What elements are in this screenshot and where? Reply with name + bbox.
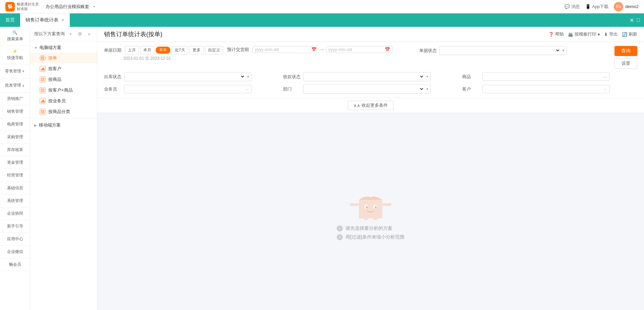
out-status-select[interactable] bbox=[124, 72, 245, 81]
date-btn-last-7-days[interactable]: 近7天 bbox=[172, 46, 188, 54]
date-btn-this-year[interactable]: 本年 bbox=[156, 47, 170, 54]
svg-rect-19 bbox=[43, 112, 44, 113]
salesperson-select-wrapper[interactable]: ··· bbox=[124, 85, 252, 93]
scheme-section-pc: ▼ 电脑端方案 按 按单 按客户 按商品 bbox=[30, 41, 97, 118]
goods-select-wrapper[interactable]: ··· bbox=[482, 72, 610, 81]
sidebar-item-operations[interactable]: 经营管理 bbox=[0, 169, 30, 182]
salesperson-input[interactable] bbox=[124, 85, 242, 93]
scheme-item-label: 按客户+商品 bbox=[48, 87, 73, 93]
message-icon: 💬 bbox=[565, 4, 570, 9]
empty-illustration bbox=[349, 183, 392, 220]
sidebar-item-marketing[interactable]: 营销推广 bbox=[0, 93, 30, 105]
sidebar-item-basic-info[interactable]: 基础信息 bbox=[0, 182, 30, 195]
refresh-button[interactable]: 🔄 刷新 bbox=[622, 31, 637, 37]
tab-close-window-button[interactable]: ✕ bbox=[630, 17, 634, 23]
scheme-item-by-salesperson[interactable]: 按业务员 bbox=[30, 96, 97, 106]
user-area[interactable]: Ea demo2 bbox=[614, 2, 639, 11]
settings-button[interactable]: 设置 bbox=[614, 58, 637, 69]
sidebar-item-label: 营销推广 bbox=[7, 96, 23, 102]
config-scheme-button[interactable]: ⚙ bbox=[76, 30, 84, 38]
scheme-item-by-goods[interactable]: 按商品 bbox=[30, 74, 97, 85]
empty-tip-2: 2 用[过滤]条件来缩小分析范围 bbox=[337, 234, 405, 240]
message-button[interactable]: 💬 消息 bbox=[565, 4, 580, 10]
sidebar-item-sales[interactable]: 销售管理 bbox=[0, 105, 30, 118]
date-btn-last-month[interactable]: 上月 bbox=[125, 46, 139, 54]
sidebar-item-app-center[interactable]: 应用中心 bbox=[0, 233, 30, 246]
collapse-panel-button[interactable]: « bbox=[86, 30, 93, 38]
scheme-section-label: 电脑端方案 bbox=[40, 45, 61, 51]
tab-sales-stats[interactable]: 销售订单统计表 ✕ bbox=[20, 13, 70, 27]
logo-icon: 畅 bbox=[5, 2, 15, 11]
salesperson-label: 业务员 bbox=[104, 86, 123, 92]
collapse-filter-button[interactable]: ∧∧ 收起更多条件 bbox=[348, 101, 393, 110]
status-select[interactable] bbox=[440, 46, 560, 55]
sidebar-item-retail[interactable]: 零售管理 ▼ bbox=[0, 64, 30, 79]
sidebar-item-label: 应用中心 bbox=[7, 236, 23, 242]
delivery-start-input[interactable] bbox=[255, 47, 311, 52]
tab-home[interactable]: 首页 bbox=[0, 13, 20, 27]
scheme-item-by-customer-goods[interactable]: 按客户+商品 bbox=[30, 85, 97, 96]
tip-num-2: 2 bbox=[337, 234, 343, 240]
scheme-section-header-pc[interactable]: ▼ 电脑端方案 bbox=[30, 43, 97, 53]
delivery-date-end[interactable]: 📅 bbox=[326, 46, 392, 53]
print-button[interactable]: 🖨️ 按模板打印 ▾ bbox=[568, 31, 600, 37]
sidebar-item-finance[interactable]: 资金管理 bbox=[0, 156, 30, 169]
customer-more-icon[interactable]: ··· bbox=[600, 87, 609, 92]
sidebar-item-system[interactable]: 系统管理 bbox=[0, 195, 30, 207]
scheme-icon-goods bbox=[40, 76, 46, 83]
customer-select-wrapper[interactable]: ··· bbox=[482, 85, 610, 93]
salesperson-more-icon[interactable]: ··· bbox=[242, 87, 251, 92]
sidebar-item-wechat[interactable]: 企业微信 bbox=[0, 246, 30, 258]
tab-maximize-button[interactable]: □ bbox=[637, 17, 640, 23]
receipt-status-select[interactable] bbox=[304, 72, 424, 81]
expand-arrow-icon: ▼ bbox=[34, 46, 38, 50]
filter-row-3: 业务员 ··· 部门 ▾ bbox=[104, 85, 637, 94]
sidebar-item-shortcuts[interactable]: ⚡ 快捷导航 bbox=[0, 46, 30, 64]
calendar-start-icon: 📅 bbox=[311, 47, 317, 52]
scheme-item-by-goods-category[interactable]: 按商品分类 bbox=[30, 106, 97, 117]
svg-rect-14 bbox=[43, 100, 44, 103]
svg-rect-20 bbox=[359, 200, 382, 218]
help-icon: ❓ bbox=[548, 32, 554, 37]
goods-input[interactable] bbox=[483, 73, 600, 81]
date-separator: — bbox=[320, 47, 325, 52]
goods-more-icon[interactable]: ··· bbox=[600, 74, 609, 79]
scheme-item-by-customer[interactable]: 按客户 bbox=[30, 63, 97, 74]
help-button[interactable]: ❓ 帮助 bbox=[548, 31, 564, 37]
export-button[interactable]: ⬇ 导出 bbox=[604, 31, 618, 37]
customer-input[interactable] bbox=[483, 85, 600, 93]
refresh-label: 刷新 bbox=[629, 31, 637, 37]
query-button[interactable]: 查询 bbox=[614, 46, 637, 56]
out-status-select-wrapper[interactable]: ▾ bbox=[124, 72, 252, 81]
sidebar-item-purchase[interactable]: 采购管理 bbox=[0, 131, 30, 144]
sidebar-item-newbie[interactable]: 新手引导 bbox=[0, 220, 30, 233]
sidebar-item-inventory[interactable]: 库存核算 bbox=[0, 144, 30, 156]
add-scheme-button[interactable]: + bbox=[67, 30, 74, 38]
scheme-item-by-order[interactable]: 按 按单 bbox=[30, 53, 97, 63]
sidebar-item-ecommerce[interactable]: 电商管理 bbox=[0, 118, 30, 131]
date-btn-custom[interactable]: 自定义 bbox=[205, 46, 223, 54]
sidebar: 🔍 搜索菜单 ⚡ 快捷导航 零售管理 ▼ 批发管理 ▲ 营销推广 销售管理 电商… bbox=[0, 27, 30, 310]
delivery-end-input[interactable] bbox=[328, 47, 385, 52]
app-download-button[interactable]: 📱 App下载 bbox=[585, 4, 608, 10]
date-btn-more[interactable]: 更多 bbox=[190, 46, 204, 54]
svg-rect-29 bbox=[364, 218, 368, 220]
delivery-date-start[interactable]: 📅 bbox=[253, 46, 319, 53]
sidebar-item-wholesale[interactable]: 批发管理 ▲ bbox=[0, 79, 30, 93]
status-select-wrapper[interactable]: ▾ bbox=[439, 46, 567, 55]
department-select-wrapper[interactable]: ▾ bbox=[303, 85, 431, 94]
sidebar-item-member[interactable]: 畅会员 bbox=[0, 258, 30, 271]
sidebar-item-search[interactable]: 🔍 搜索菜单 bbox=[0, 27, 30, 46]
customer-group: 客户 ··· bbox=[462, 85, 637, 93]
top-nav-dropdown-icon[interactable]: ▾ bbox=[93, 5, 95, 8]
sidebar-item-label: 搜索菜单 bbox=[7, 36, 23, 42]
scheme-section-header-mobile[interactable]: ▶ 移动端方案 bbox=[30, 120, 97, 130]
tab-close-icon[interactable]: ✕ bbox=[61, 18, 64, 22]
top-bar-left: 畅 畅捷通好生意 标准版 办公用品行业模拟账套 ▾ bbox=[5, 2, 95, 11]
tab-home-label: 首页 bbox=[5, 17, 15, 23]
department-select[interactable] bbox=[304, 85, 424, 93]
date-btn-this-month[interactable]: 本月 bbox=[140, 46, 154, 54]
receipt-status-select-wrapper[interactable]: ▾ bbox=[303, 72, 431, 81]
delivery-label: 预计交货期 bbox=[227, 47, 251, 53]
sidebar-item-enterprise-collab[interactable]: 企业协同 bbox=[0, 207, 30, 220]
